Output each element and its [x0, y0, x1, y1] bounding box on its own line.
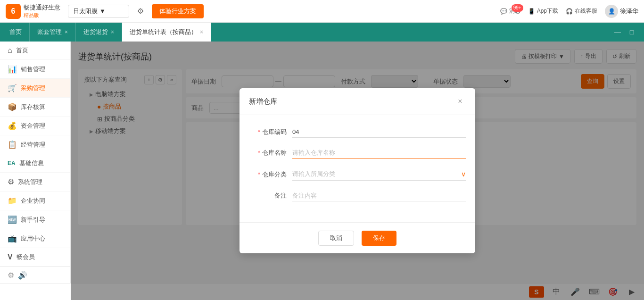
form-item-code: 仓库编码	[249, 126, 466, 138]
sidebar-item-sales-label: 销售管理	[21, 65, 45, 74]
purchase-icon: 🛒	[8, 83, 17, 92]
name-input[interactable]	[292, 147, 466, 158]
sidebar-item-apps-label: 应用中心	[21, 234, 45, 243]
form-item-category: 仓库分类 请输入所属分类 ∨	[249, 168, 466, 181]
app-label: App下载	[537, 7, 558, 15]
sidebar-bottom-settings-icon[interactable]: ⚙	[8, 271, 14, 280]
tab-purchase-stats[interactable]: 进货单统计表（按商品） ×	[122, 23, 211, 42]
modal-footer: 取消 保存	[239, 223, 475, 253]
sales-icon: 📊	[8, 65, 17, 74]
sidebar-item-finance[interactable]: 💰 资金管理	[0, 117, 70, 135]
online-service-button[interactable]: 🎧 在线客服	[566, 7, 597, 15]
enterprise-icon: 📁	[8, 196, 17, 205]
save-button[interactable]: 保存	[362, 231, 396, 246]
sidebar-item-enterprise-label: 企业协同	[21, 197, 45, 205]
sidebar-item-home-label: 首页	[16, 46, 28, 55]
sidebar-item-sales[interactable]: 📊 销售管理	[0, 60, 70, 79]
try-industry-button[interactable]: 体验行业方案	[152, 4, 204, 18]
tab-purchase-stats-close[interactable]: ×	[200, 29, 203, 35]
tab-purchase-return[interactable]: 进货退货 ×	[76, 23, 122, 42]
category-label: 仓库分类	[249, 170, 287, 179]
sidebar-item-operations[interactable]: 📋 经营管理	[0, 135, 70, 154]
sidebar-item-basic-info-label: 基础信息	[19, 159, 44, 167]
modal-overlay[interactable]: 新增仓库 × 仓库编码 仓库名称 仓库分类	[71, 42, 644, 300]
cancel-button[interactable]: 取消	[318, 231, 354, 246]
user-name: 徐泽华	[620, 7, 638, 16]
header-right: 💬 消息 99+ 📱 App下载 🎧 在线客服 👤 徐泽华	[500, 5, 638, 18]
restore-button[interactable]: —	[611, 25, 624, 39]
top-header: 6 畅捷通好生意 精品版 日太阳膜 ▼ ⚙ 体验行业方案 💬 消息 99+ 📱 …	[0, 0, 644, 23]
chevron-down-icon: ▼	[99, 8, 106, 15]
logo-text: 畅捷通好生意 精品版	[24, 3, 60, 19]
sidebar-item-guide-label: 新手引导	[21, 216, 45, 224]
sidebar-item-finance-label: 资金管理	[21, 122, 45, 130]
tab-home-label: 首页	[9, 28, 22, 36]
sidebar-item-system[interactable]: ⚙ 系统管理	[0, 173, 70, 192]
tab-account-label: 账套管理	[37, 28, 62, 36]
inventory-icon: 📦	[8, 102, 17, 111]
user-area[interactable]: 👤 徐泽华	[605, 5, 638, 18]
modal-header: 新增仓库 ×	[239, 88, 475, 115]
system-icon: ⚙	[8, 177, 14, 186]
code-label: 仓库编码	[249, 128, 287, 136]
category-select[interactable]: 请输入所属分类 ∨	[292, 168, 466, 181]
tab-purchase-return-close[interactable]: ×	[111, 29, 114, 35]
modal-title: 新增仓库	[249, 97, 277, 106]
sidebar: ⌂ 首页 📊 销售管理 🛒 采购管理 📦 库存核算 💰 资金管理 📋 经营管理 …	[0, 42, 71, 300]
form-item-name: 仓库名称	[249, 147, 466, 158]
tab-home[interactable]: 首页	[2, 23, 30, 42]
headset-icon: 🎧	[566, 8, 573, 15]
sidebar-item-enterprise[interactable]: 📁 企业协同	[0, 192, 70, 210]
message-button[interactable]: 💬 消息 99+	[500, 7, 520, 15]
note-label: 备注	[249, 192, 287, 200]
store-name: 日太阳膜	[73, 7, 98, 16]
name-label: 仓库名称	[249, 149, 287, 157]
sidebar-item-system-label: 系统管理	[18, 178, 42, 186]
modal-add-warehouse: 新增仓库 × 仓库编码 仓库名称 仓库分类	[239, 88, 475, 253]
tab-account[interactable]: 账套管理 ×	[30, 23, 76, 42]
app-download-button[interactable]: 📱 App下载	[528, 7, 558, 15]
message-badge: 99+	[512, 4, 523, 12]
apps-icon: 📺	[8, 234, 17, 243]
main-layout: ⌂ 首页 📊 销售管理 🛒 采购管理 📦 库存核算 💰 资金管理 📋 经营管理 …	[0, 42, 644, 300]
category-placeholder: 请输入所属分类	[292, 170, 335, 178]
note-input[interactable]	[292, 190, 466, 201]
sidebar-item-purchase[interactable]: 🛒 采购管理	[0, 79, 70, 98]
settings-button[interactable]: ⚙	[133, 4, 148, 19]
phone-icon: 📱	[528, 8, 535, 15]
category-arrow-icon: ∨	[461, 170, 466, 178]
sidebar-item-home[interactable]: ⌂ 首页	[0, 42, 70, 60]
tab-account-close[interactable]: ×	[65, 29, 68, 35]
sidebar-item-member-label: 畅会员	[17, 253, 35, 261]
tab-bar: 首页 账套管理 × 进货退货 × 进货单统计表（按商品） × — □	[0, 23, 644, 42]
modal-close-button[interactable]: ×	[454, 96, 466, 107]
sidebar-item-member[interactable]: V 畅会员	[0, 248, 70, 267]
sidebar-item-inventory-label: 库存核算	[21, 103, 45, 111]
avatar: 👤	[605, 5, 618, 18]
sidebar-bottom-volume-icon[interactable]: 🔊	[18, 271, 27, 280]
tab-purchase-return-label: 进货退货	[83, 28, 108, 36]
modal-body: 仓库编码 仓库名称 仓库分类 请输入所属分类 ∨	[239, 115, 475, 222]
service-label: 在线客服	[575, 7, 597, 15]
sidebar-item-inventory[interactable]: 📦 库存核算	[0, 98, 70, 117]
logo-area: 6 畅捷通好生意 精品版	[6, 3, 60, 19]
finance-icon: 💰	[8, 121, 17, 130]
store-selector[interactable]: 日太阳膜 ▼	[68, 5, 129, 18]
sidebar-item-purchase-label: 采购管理	[21, 84, 45, 92]
form-item-note: 备注	[249, 190, 466, 201]
code-input[interactable]	[292, 126, 466, 138]
sidebar-item-guide[interactable]: 🆕 新手引导	[0, 210, 70, 229]
sidebar-item-operations-label: 经营管理	[21, 141, 45, 149]
guide-icon: 🆕	[8, 215, 17, 224]
maximize-button[interactable]: □	[625, 25, 638, 39]
content-area: 进货单统计(按商品) 🖨 按模板打印 ▼ ↑ 导出 ↺ 刷新	[71, 42, 644, 300]
sidebar-item-basic-info[interactable]: EA 基础信息	[0, 154, 70, 173]
operations-icon: 📋	[8, 140, 17, 149]
tab-right-buttons: — □	[611, 23, 642, 42]
message-icon: 💬	[500, 8, 507, 15]
sidebar-item-apps[interactable]: 📺 应用中心	[0, 229, 70, 248]
tab-purchase-stats-label: 进货单统计表（按商品）	[130, 28, 197, 36]
home-icon: ⌂	[8, 46, 12, 55]
logo-icon: 6	[6, 4, 21, 19]
basic-info-icon: EA	[8, 160, 16, 167]
